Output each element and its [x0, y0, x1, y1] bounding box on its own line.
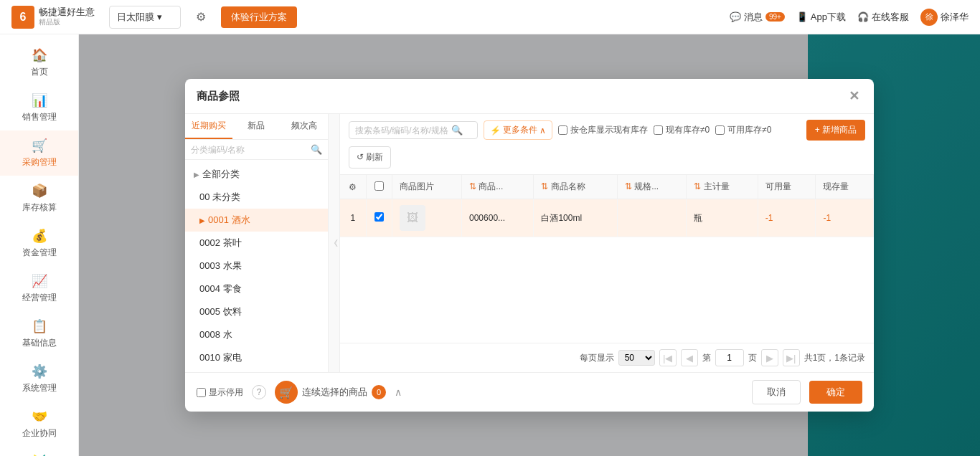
search-icon[interactable]: 🔍: [451, 125, 463, 136]
col-checkbox: [366, 175, 392, 199]
col-unit: ⇅ 主计量: [687, 175, 758, 199]
user-profile-item[interactable]: 徐 徐泽华: [920, 9, 969, 26]
headset-icon: 🎧: [857, 11, 869, 22]
cell-name: 白酒100ml: [534, 199, 617, 237]
show-disabled-checkbox-label[interactable]: 显示停用: [197, 386, 243, 399]
sidebar-item-enterprise[interactable]: 🤝 企业协同: [0, 402, 78, 447]
cell-available: -1: [758, 199, 816, 237]
sidebar-item-purchase[interactable]: 🛒 采购管理: [0, 130, 78, 176]
cell-unit: 瓶: [687, 199, 758, 237]
modal-close-button[interactable]: ✕: [845, 87, 862, 105]
page-input[interactable]: [715, 349, 744, 366]
col-code: ⇅ 商品...: [462, 175, 534, 199]
sidebar-item-finance[interactable]: 💰 资金管理: [0, 221, 78, 266]
total-info: 共1页，1条记录: [804, 352, 865, 364]
sidebar-item-operations[interactable]: 📈 经营管理: [0, 266, 78, 311]
finance-icon: 💰: [32, 228, 47, 244]
cell-seq: 1: [340, 199, 366, 237]
confirm-btn[interactable]: 确定: [809, 381, 862, 404]
page-suffix: 页: [748, 352, 757, 364]
phone-icon: 📱: [796, 11, 808, 22]
collapse-icon: 《: [330, 238, 338, 249]
expand-arrow: ▶: [194, 171, 199, 179]
toolbar: 🔍 ⚡ 更多条件 ∧ 按仓库显示现有库存: [340, 114, 874, 175]
logo-text: 畅捷通好生意: [39, 6, 95, 18]
cat-item-water[interactable]: 0008 水: [185, 323, 328, 346]
search-icon[interactable]: 🔍: [311, 144, 322, 155]
product-search-input[interactable]: [355, 125, 448, 136]
cat-item-fruit[interactable]: 0003 水果: [185, 255, 328, 277]
help-icon[interactable]: ?: [252, 385, 266, 399]
add-product-btn[interactable]: + 新增商品: [806, 120, 865, 141]
category-search-input[interactable]: [191, 145, 308, 155]
product-table-wrap: ⚙ 商品图片 ⇅ 商品... ⇅: [340, 175, 874, 343]
sidebar-item-guide[interactable]: 🔰 新手引导: [0, 447, 78, 456]
nav-right: 💬 消息 99+ 📱 App下载 🎧 在线客服 徐 徐泽华: [730, 9, 969, 26]
prev-page-btn[interactable]: ◀: [681, 349, 698, 366]
basic-info-icon: 📋: [32, 318, 47, 334]
checkbox-nonzero-stock[interactable]: 现有库存≠0: [654, 124, 710, 136]
system-icon: ⚙️: [32, 364, 47, 379]
cat-item-alcohol[interactable]: ▶ 0001 酒水: [185, 209, 328, 232]
table-header-row: ⚙ 商品图片 ⇅ 商品... ⇅: [340, 175, 874, 199]
chevron-up-icon: ∧: [540, 125, 546, 136]
tab-frequent[interactable]: 频次高: [281, 114, 328, 139]
nav-btn-orange[interactable]: 体验行业方案: [221, 6, 297, 28]
cat-panel-collapse-btn[interactable]: 《: [329, 114, 340, 372]
select-all-checkbox[interactable]: [374, 181, 384, 191]
col-settings[interactable]: ⚙: [340, 175, 366, 199]
footer-collapse-arrow[interactable]: ∧: [395, 386, 402, 398]
sidebar-item-sales[interactable]: 📊 销售管理: [0, 85, 78, 130]
cat-item-appliance[interactable]: 0010 家电: [185, 346, 328, 369]
sidebar-item-basic-info[interactable]: 📋 基础信息: [0, 311, 78, 356]
sidebar-item-system[interactable]: ⚙️ 系统管理: [0, 356, 78, 402]
cat-item-all[interactable]: ▶ 全部分类: [185, 163, 328, 186]
category-list: ▶ 全部分类 00 未分类 ▶ 0001 酒水 0002 茶: [185, 160, 328, 372]
sidebar-item-inventory[interactable]: 📦 库存核算: [0, 176, 78, 221]
tab-new[interactable]: 新品: [232, 114, 280, 139]
product-image: 🖼: [400, 205, 425, 231]
modal-title: 商品参照: [197, 90, 240, 103]
last-page-btn[interactable]: ▶|: [783, 349, 800, 366]
messages-badge: 99+: [765, 12, 785, 22]
next-page-btn[interactable]: ▶: [761, 349, 778, 366]
col-available: 可用量: [758, 175, 816, 199]
inventory-icon: 📦: [32, 183, 47, 199]
refresh-btn[interactable]: ↺ 刷新: [349, 146, 391, 168]
row-checkbox[interactable]: [374, 212, 384, 222]
checkbox-available-nonzero[interactable]: 可用库存≠0: [715, 124, 771, 136]
cell-checkbox: [366, 199, 392, 237]
footer-cart: 🛒 连续选择的商品 0: [275, 381, 386, 404]
sidebar: 🏠 首页 📊 销售管理 🛒 采购管理 📦 库存核算 💰 资金管理 📈 经营管理 …: [0, 34, 79, 456]
page-label: 第: [702, 352, 711, 364]
first-page-btn[interactable]: |◀: [659, 349, 677, 366]
cat-item-uncategorized[interactable]: 00 未分类: [185, 186, 328, 209]
cat-item-tea[interactable]: 0002 茶叶: [185, 232, 328, 255]
app-download-item[interactable]: 📱 App下载: [796, 11, 846, 24]
show-disabled-checkbox[interactable]: [197, 388, 206, 397]
sort-icon-name: ⇅: [541, 181, 548, 191]
top-nav: 6 畅捷通好生意 精品版 日太阳膜 ▾ ⚙ 体验行业方案 💬 消息 99+ 📱 …: [0, 0, 980, 34]
table-row[interactable]: 1 🖼 000600... 白酒100ml: [340, 199, 874, 237]
cat-item-beverage[interactable]: 0005 饮料: [185, 300, 328, 323]
message-icon: 💬: [730, 11, 741, 22]
col-name: ⇅ 商品名称: [534, 175, 617, 199]
sidebar-item-home[interactable]: 🏠 首页: [0, 40, 78, 85]
gear-icon[interactable]: ⚙: [189, 6, 212, 29]
product-table: ⚙ 商品图片 ⇅ 商品... ⇅: [340, 175, 874, 237]
sort-icon-spec: ⇅: [625, 181, 632, 191]
purchase-icon: 🛒: [32, 138, 47, 153]
tab-recent[interactable]: 近期购买: [185, 114, 232, 139]
product-search-box: 🔍: [349, 121, 478, 139]
messages-nav-item[interactable]: 💬 消息 99+: [730, 11, 785, 24]
nav-dropdown[interactable]: 日太阳膜 ▾: [109, 6, 181, 29]
cart-icon[interactable]: 🛒: [275, 381, 298, 404]
online-service-item[interactable]: 🎧 在线客服: [857, 11, 909, 24]
cancel-btn[interactable]: 取消: [752, 380, 801, 404]
sort-icon: ⇅: [469, 181, 476, 191]
checkbox-warehouse-stock[interactable]: 按仓库显示现有库存: [558, 124, 648, 136]
filter-btn[interactable]: ⚡ 更多条件 ∧: [484, 120, 552, 140]
cat-item-snack[interactable]: 0004 零食: [185, 277, 328, 300]
page-size-select[interactable]: 50 100 200: [618, 350, 655, 366]
cell-code: 000600...: [462, 199, 534, 237]
